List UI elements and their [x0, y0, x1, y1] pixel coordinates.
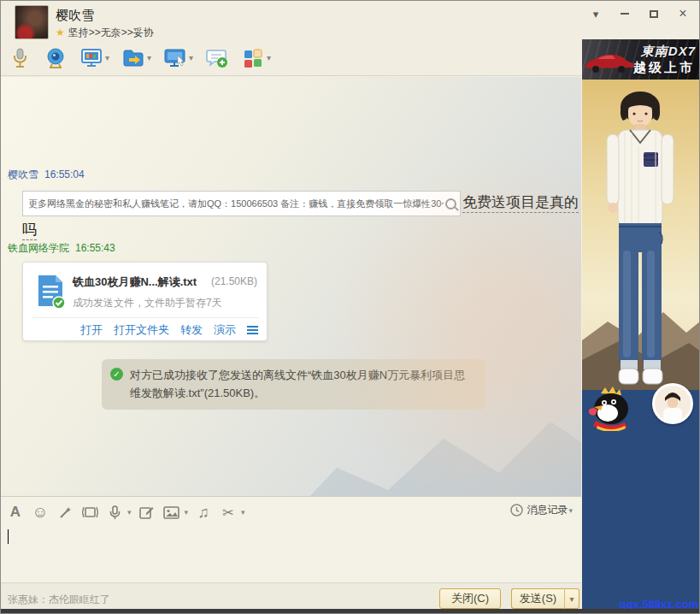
present-link[interactable]: 演示: [214, 322, 236, 338]
chat-bubble-plus-icon: [205, 46, 229, 70]
open-link[interactable]: 打开: [80, 322, 103, 338]
ad-brand-text: 東南DX7: [641, 44, 696, 60]
voice-call-button[interactable]: [8, 46, 32, 70]
skin-menu-button[interactable]: ▾: [586, 6, 605, 21]
screenshot-edit-button[interactable]: [138, 503, 156, 522]
forward-link[interactable]: 转发: [180, 322, 203, 338]
clock-icon: [510, 504, 523, 517]
character-illustration: [582, 80, 700, 390]
message-inline-image[interactable]: 更多网络黑金的秘密和私人赚钱笔记，请加QQ：150066503 备注：赚钱，直接…: [22, 191, 461, 216]
card-divider: [32, 317, 258, 318]
system-notice: ✓ 对方已成功接收了您发送的离线文件“铁血30枚月赚N万元暴利项目思维发散解读.…: [102, 359, 485, 410]
minimize-icon: [621, 13, 629, 15]
remote-desktop-icon: [163, 46, 187, 70]
send-options-button[interactable]: ▾: [564, 588, 579, 609]
screen-share-icon: [79, 46, 103, 70]
chevron-down-icon[interactable]: ▾: [147, 53, 151, 62]
video-call-button[interactable]: [44, 46, 68, 70]
music-button[interactable]: ♫: [194, 503, 213, 522]
history-label: 消息记录: [526, 503, 568, 517]
emoticon-button[interactable]: ☺: [31, 503, 50, 522]
app-grid-icon: [241, 46, 265, 70]
window-controls: ▾ ×: [586, 6, 692, 21]
file-status: 成功发送文件，文件助手暂存7天: [73, 296, 222, 310]
peer-avatar[interactable]: [15, 5, 49, 39]
file-size: (21.50KB): [211, 275, 257, 287]
maximize-button[interactable]: [644, 6, 663, 21]
vip-star-icon: ★: [56, 27, 65, 38]
chevron-down-icon[interactable]: ▾: [127, 508, 132, 517]
send-file-button[interactable]: ▾: [121, 46, 151, 70]
message-sender-row: 樱吹雪16:55:04: [8, 168, 85, 182]
send-file-icon: [121, 46, 145, 70]
chevron-down-icon[interactable]: ▾: [267, 53, 271, 62]
magnifier-icon[interactable]: [445, 198, 456, 210]
webcam-icon: [44, 46, 68, 70]
message-text: 免费送项目是真的: [462, 194, 579, 213]
compose-area: A ☺ ▾ ▾ ♫ ✂: [1, 496, 581, 582]
chevron-down-icon: ▾: [593, 8, 599, 21]
compose-toolbar: A ☺ ▾ ▾ ♫ ✂: [6, 500, 245, 524]
title-bar: 樱吹雪 ★坚持>>无奈>>妥协: [1, 1, 581, 40]
apps-button[interactable]: ▾: [241, 46, 271, 70]
file-name: 铁血30枚月赚N...解读.txt: [73, 275, 197, 290]
message-time: 16:55:04: [44, 168, 85, 180]
chevron-down-icon[interactable]: ▾: [105, 53, 109, 62]
send-image-button[interactable]: [162, 503, 181, 522]
qq-show-panel[interactable]: [582, 80, 700, 390]
chevron-down-icon[interactable]: ▾: [185, 508, 189, 517]
qq-chat-window: 樱吹雪 ★坚持>>无奈>>妥协 ▾: [0, 0, 700, 614]
text-file-icon: [37, 274, 66, 310]
message-time: 16:55:43: [75, 242, 115, 254]
maximize-icon: [650, 10, 658, 18]
chevron-down-icon: ▾: [568, 506, 573, 515]
file-actions: 打开 打开文件夹 转发 演示: [80, 322, 258, 338]
file-transfer-card: 铁血30枚月赚N...解读.txt (21.50KB) 成功发送文件，文件助手暂…: [22, 262, 268, 341]
inline-image-text: 更多网络黑金的秘密和私人赚钱笔记，请加QQ：150066503 备注：赚钱，直接…: [28, 198, 444, 210]
microphone-icon: [8, 46, 32, 70]
chevron-down-icon[interactable]: ▾: [241, 508, 245, 517]
sender-name: 樱吹雪: [8, 168, 38, 180]
screen-share-button[interactable]: ▾: [79, 46, 109, 70]
ad-slogan-text: 越级上市: [633, 60, 695, 76]
chat-history: 樱吹雪16:55:04 更多网络黑金的秘密和私人赚钱笔记，请加QQ：150066…: [1, 77, 581, 496]
self-avatar[interactable]: [652, 383, 693, 424]
create-group-button[interactable]: [205, 46, 229, 70]
car-icon: [584, 51, 637, 74]
main-column: 樱吹雪 ★坚持>>无奈>>妥协 ▾: [1, 1, 581, 614]
signature-row: ★坚持>>无奈>>妥协: [56, 26, 154, 40]
peer-name: 樱吹雪: [56, 8, 94, 24]
font-button[interactable]: A: [6, 503, 25, 522]
screen-cut-button[interactable]: ✂: [219, 503, 238, 522]
success-check-icon: ✓: [110, 368, 123, 381]
more-actions-icon[interactable]: [247, 326, 258, 334]
close-button[interactable]: 关闭(C): [439, 588, 501, 609]
right-sidebar: 東南DX7 越级上市: [582, 1, 700, 614]
open-folder-link[interactable]: 打开文件夹: [114, 322, 169, 338]
message-text: 吗: [22, 221, 37, 240]
minimize-button[interactable]: [615, 6, 634, 21]
chat-toolbar: ▾ ▾ ▾: [1, 40, 581, 76]
sender-name: 铁血网络学院: [8, 242, 69, 254]
window-bottom-edge: [1, 609, 699, 613]
sidebar-bottom-panel: qqx.588xz.com: [582, 390, 700, 614]
message-history-button[interactable]: 消息记录 ▾: [510, 503, 573, 517]
window-shake-button[interactable]: [80, 503, 99, 522]
close-window-button[interactable]: ×: [674, 6, 692, 21]
remote-demo-button[interactable]: ▾: [163, 46, 193, 70]
magic-wand-button[interactable]: [56, 503, 74, 522]
close-icon: ×: [679, 6, 686, 21]
message-sender-row: 铁血网络学院16:55:43: [8, 241, 115, 256]
qq-penguin-icon[interactable]: [585, 387, 635, 431]
peer-signature: 坚持>>无奈>>妥协: [68, 27, 154, 38]
notice-text: 对方已成功接收了您发送的离线文件“铁血30枚月赚N万元暴利项目思维发散解读.tx…: [130, 369, 465, 399]
voice-message-button[interactable]: [105, 503, 124, 522]
chevron-down-icon[interactable]: ▾: [189, 53, 193, 62]
send-button[interactable]: 发送(S): [511, 588, 564, 609]
ad-banner[interactable]: 東南DX7 越级上市: [582, 39, 700, 80]
text-input-caret[interactable]: [8, 529, 9, 544]
news-ticker[interactable]: 张惠妹：杰伦眼眶红了: [8, 593, 110, 607]
